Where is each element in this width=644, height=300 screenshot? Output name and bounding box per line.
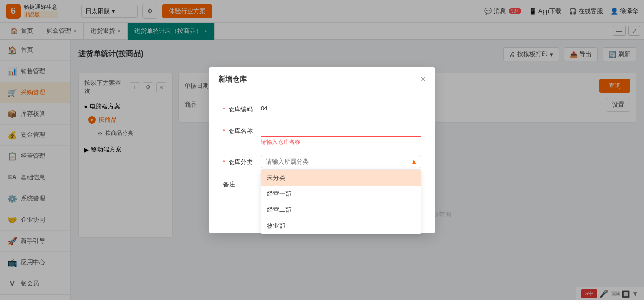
modal-header: 新增仓库 ×: [209, 67, 435, 92]
code-input[interactable]: [261, 102, 421, 115]
category-dropdown: 未分类 经营一部 经营二部 物业部: [261, 169, 421, 234]
form-row-name: * 仓库名称 请输入仓库名称: [223, 124, 421, 146]
modal-close-button[interactable]: ×: [421, 75, 426, 84]
warehouse-name-input[interactable]: [261, 124, 421, 137]
category-chevron-up-icon[interactable]: ▲: [411, 158, 417, 165]
note-label: 备注: [223, 177, 261, 189]
category-input[interactable]: [261, 155, 421, 168]
modal-body: * 仓库编码 * 仓库名称 请输入仓库名称: [209, 92, 435, 208]
modal-overlay[interactable]: 新增仓库 × * 仓库编码 * 仓库名称: [0, 0, 644, 300]
dropdown-item-dept3[interactable]: 物业部: [261, 218, 421, 234]
name-input-wrap: 请输入仓库名称: [261, 124, 421, 146]
form-row-category: * 仓库分类 ▲ 未分类 经营一部 经营二部 物业部: [223, 155, 421, 168]
dropdown-item-uncategorized[interactable]: 未分类: [261, 170, 421, 186]
category-label: * 仓库分类: [223, 155, 261, 167]
form-row-code: * 仓库编码: [223, 102, 421, 115]
modal-title: 新增仓库: [218, 75, 247, 84]
code-input-wrap: [261, 102, 421, 115]
dropdown-item-dept2[interactable]: 经营二部: [261, 202, 421, 218]
name-error-message: 请输入仓库名称: [261, 138, 421, 146]
dropdown-item-dept1[interactable]: 经营一部: [261, 186, 421, 202]
category-select-wrap: ▲ 未分类 经营一部 经营二部 物业部: [261, 155, 421, 168]
new-warehouse-modal: 新增仓库 × * 仓库编码 * 仓库名称: [209, 67, 435, 233]
code-label: * 仓库编码: [223, 102, 261, 114]
name-label: * 仓库名称: [223, 124, 261, 135]
